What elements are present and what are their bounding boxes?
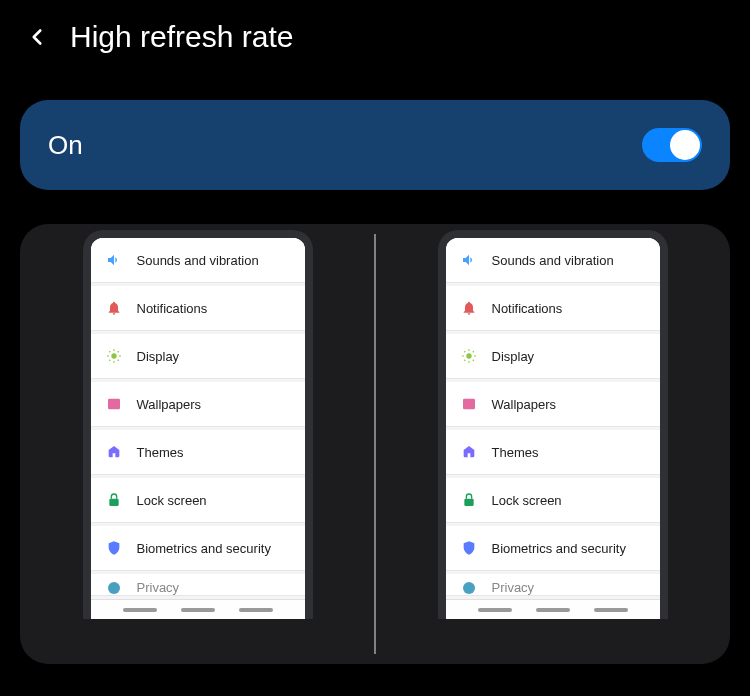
svg-line-20: [472, 351, 473, 352]
nav-back: [239, 608, 273, 612]
list-item-label: Sounds and vibration: [492, 253, 614, 268]
toggle-knob: [670, 130, 700, 160]
svg-point-12: [466, 353, 471, 358]
list-item-label: Biometrics and security: [137, 541, 271, 556]
preview-left: Sounds and vibrationNotificationsDisplay…: [20, 224, 375, 619]
lock-icon: [105, 491, 123, 509]
svg-line-4: [117, 360, 118, 361]
list-item: Themes: [91, 430, 305, 475]
preview-right: Sounds and vibrationNotificationsDisplay…: [375, 224, 730, 619]
nav-recent: [478, 608, 512, 612]
list-item-label: Privacy: [137, 580, 180, 595]
svg-rect-9: [108, 399, 120, 410]
list-item-label: Themes: [492, 445, 539, 460]
palette-icon: [460, 443, 478, 461]
list-item-label: Display: [492, 349, 535, 364]
privacy-icon: [105, 579, 123, 597]
toggle-label: On: [48, 130, 83, 161]
list-item-label: Display: [137, 349, 180, 364]
list-item: Biometrics and security: [91, 526, 305, 571]
list-item: Lock screen: [446, 478, 660, 523]
preview-panel: Sounds and vibrationNotificationsDisplay…: [20, 224, 730, 664]
svg-rect-10: [109, 499, 118, 506]
image-icon: [105, 395, 123, 413]
list-item-label: Privacy: [492, 580, 535, 595]
list-item-label: Lock screen: [137, 493, 207, 508]
list-item: Sounds and vibration: [446, 238, 660, 283]
list-item: Notifications: [446, 286, 660, 331]
list-item-label: Themes: [137, 445, 184, 460]
svg-line-8: [117, 351, 118, 352]
image-icon: [460, 395, 478, 413]
sound-icon: [460, 251, 478, 269]
bell-icon: [460, 299, 478, 317]
svg-line-7: [109, 360, 110, 361]
svg-rect-21: [463, 399, 475, 410]
shield-icon: [460, 539, 478, 557]
header: High refresh rate: [0, 0, 750, 82]
svg-line-3: [109, 351, 110, 352]
list-item: Sounds and vibration: [91, 238, 305, 283]
back-icon[interactable]: [24, 24, 50, 50]
svg-point-23: [463, 582, 475, 594]
nav-bar: [446, 599, 660, 619]
bell-icon: [105, 299, 123, 317]
list-item: Wallpapers: [446, 382, 660, 427]
master-toggle-card[interactable]: On: [20, 100, 730, 190]
palette-icon: [105, 443, 123, 461]
nav-home: [536, 608, 570, 612]
page-title: High refresh rate: [70, 20, 293, 54]
nav-bar: [91, 599, 305, 619]
privacy-icon: [460, 579, 478, 597]
list-item-label: Biometrics and security: [492, 541, 626, 556]
shield-icon: [105, 539, 123, 557]
list-item: Notifications: [91, 286, 305, 331]
list-item: Privacy: [446, 574, 660, 596]
settings-list: Sounds and vibrationNotificationsDisplay…: [446, 238, 660, 596]
list-item-label: Notifications: [137, 301, 208, 316]
list-item-label: Wallpapers: [137, 397, 202, 412]
sun-icon: [460, 347, 478, 365]
list-item-label: Sounds and vibration: [137, 253, 259, 268]
list-item-label: Wallpapers: [492, 397, 557, 412]
list-item-label: Lock screen: [492, 493, 562, 508]
settings-list: Sounds and vibrationNotificationsDisplay…: [91, 238, 305, 596]
phone-mock-right: Sounds and vibrationNotificationsDisplay…: [438, 230, 668, 619]
list-item: Lock screen: [91, 478, 305, 523]
list-item: Wallpapers: [91, 382, 305, 427]
sun-icon: [105, 347, 123, 365]
preview-divider: [375, 234, 376, 654]
nav-back: [594, 608, 628, 612]
toggle-switch[interactable]: [642, 128, 702, 162]
svg-point-11: [108, 582, 120, 594]
list-item: Themes: [446, 430, 660, 475]
lock-icon: [460, 491, 478, 509]
list-item-label: Notifications: [492, 301, 563, 316]
nav-recent: [123, 608, 157, 612]
list-item: Privacy: [91, 574, 305, 596]
nav-home: [181, 608, 215, 612]
list-item: Display: [91, 334, 305, 379]
svg-rect-22: [464, 499, 473, 506]
svg-line-16: [472, 360, 473, 361]
list-item: Display: [446, 334, 660, 379]
svg-line-19: [464, 360, 465, 361]
svg-point-0: [111, 353, 116, 358]
phone-mock-left: Sounds and vibrationNotificationsDisplay…: [83, 230, 313, 619]
svg-line-15: [464, 351, 465, 352]
list-item: Biometrics and security: [446, 526, 660, 571]
sound-icon: [105, 251, 123, 269]
